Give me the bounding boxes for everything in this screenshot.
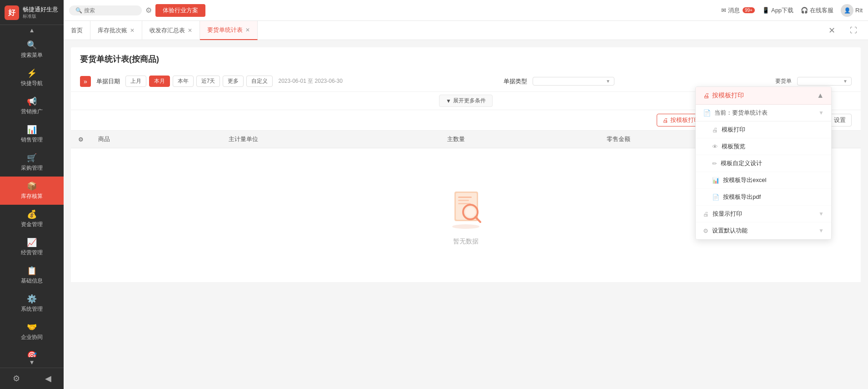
sidebar-item-label: 基础信息	[21, 277, 43, 285]
collapse-btn[interactable]: ◀	[41, 372, 55, 385]
sidebar-item-label: 搜索菜单	[21, 51, 43, 59]
sidebar-item-sales[interactable]: 📊 销售管理	[0, 120, 64, 148]
close-window-btn[interactable]: ✕	[823, 25, 841, 35]
app-download-icon: 📱	[762, 7, 769, 14]
user-avatar[interactable]: 👤 Rit	[841, 4, 863, 17]
pdf-icon: 📄	[712, 194, 719, 201]
col-settings[interactable]: ⚙	[71, 131, 91, 148]
sidebar-bottom: ⚙ ◀	[0, 368, 64, 389]
tab-receivable[interactable]: 收发存汇总表 ✕	[142, 21, 200, 40]
gear-icon: ⚙	[78, 136, 84, 143]
dropdown-item-template-print[interactable]: 🖨 模板打印	[696, 121, 831, 138]
dropdown-item-export-pdf[interactable]: 📄 按模板导出pdf	[696, 189, 831, 206]
section-arrow: ▼	[818, 227, 824, 234]
maximize-btn[interactable]: ⛶	[844, 26, 863, 35]
item-label: 按模板导出pdf	[723, 193, 761, 201]
dropdown-item-template-custom[interactable]: ✏ 模板自定义设计	[696, 155, 831, 172]
quick-nav-icon: ⚡	[27, 68, 37, 78]
avatar: 👤	[841, 4, 853, 17]
date-btn-this-month[interactable]: 本月	[149, 76, 170, 87]
date-filter-label: 单据日期	[96, 77, 120, 86]
display-print-icon: 🖨	[703, 211, 709, 217]
current-template-arrow: ▼	[818, 110, 824, 116]
app-name: 畅捷通好生意	[23, 6, 58, 14]
dropdown-printer-icon: 🖨	[703, 92, 709, 99]
dropdown-close-btn[interactable]: ▲	[817, 91, 824, 100]
section-inner: ⚙ 设置默认功能	[703, 227, 748, 235]
close-tab-receivable[interactable]: ✕	[188, 27, 192, 34]
date-btn-last-7days[interactable]: 近7天	[196, 76, 220, 87]
sidebar-item-label: 销售管理	[21, 136, 43, 144]
sidebar-item-cooperation[interactable]: 🤝 企业协同	[0, 318, 64, 346]
settings-bottom-btn[interactable]: ⚙	[9, 372, 24, 385]
item-label: 按模板导出excel	[723, 176, 766, 184]
section-inner: 🖨 按显示打印	[703, 210, 742, 218]
dropdown-section-display-print[interactable]: 🖨 按显示打印 ▼	[696, 206, 831, 222]
bill-type-select[interactable]: ▼	[533, 77, 614, 86]
sidebar-item-label: 采购管理	[21, 164, 43, 172]
close-tab-order-stat[interactable]: ✕	[245, 27, 250, 33]
current-template-label: 当前：要货单统计表	[714, 109, 768, 117]
dropdown-title-text: 按模板打印	[712, 91, 744, 100]
sidebar-item-purchase[interactable]: 🛒 采购管理	[0, 148, 64, 177]
marketing-icon: 📢	[27, 96, 37, 106]
item-inner: 👁 模板预览	[712, 142, 745, 151]
inventory-icon: 📦	[27, 181, 37, 191]
tab-order-stat[interactable]: 要货单统计表 ✕	[200, 21, 258, 40]
app-download-label: App下载	[771, 6, 793, 15]
sidebar-item-operation[interactable]: 📈 经营管理	[0, 233, 64, 261]
operation-icon: 📈	[27, 237, 37, 248]
app-download-btn[interactable]: 📱 App下载	[762, 6, 793, 15]
item-inner: 📊 按模板导出excel	[712, 176, 766, 184]
sidebar-item-label: 企业协同	[21, 333, 43, 341]
extra-filter-select[interactable]: ▼	[797, 77, 852, 86]
expand-more-btn[interactable]: ▼ 展开更多条件	[439, 95, 493, 107]
topbar-right: ✉ 消息 99+ 📱 App下载 🎧 在线客服 👤 Rit	[721, 4, 863, 17]
headset-icon: 🎧	[801, 7, 808, 14]
sidebar-scroll-up[interactable]: ▲	[0, 25, 64, 35]
finance-icon: 💰	[27, 209, 37, 219]
app-logo: 好 畅捷通好生意 标准版	[0, 0, 64, 25]
user-name: Rit	[855, 7, 863, 14]
sidebar-item-quick-nav[interactable]: ⚡ 快捷导航	[0, 64, 64, 92]
sidebar-item-label: 系统管理	[21, 305, 43, 313]
tab-inventory-batch-label: 库存批次账	[98, 26, 127, 35]
logo-icon: 好	[5, 5, 19, 20]
print-icon: 🖨	[712, 126, 718, 133]
sidebar-item-basic[interactable]: 📋 基础信息	[0, 261, 64, 289]
tab-inventory-batch[interactable]: 库存批次账 ✕	[90, 21, 142, 40]
search-input[interactable]	[84, 7, 130, 14]
dropdown-section-default-func[interactable]: ⚙ 设置默认功能 ▼	[696, 222, 831, 239]
sidebar-item-label: 库存核算	[21, 192, 43, 200]
dropdown-title: 🖨 按模板打印	[703, 91, 744, 100]
sidebar-scroll-down[interactable]: ▼	[0, 357, 64, 368]
sidebar-item-system[interactable]: ⚙️ 系统管理	[0, 289, 64, 318]
settings-gear-icon[interactable]: ⚙	[145, 6, 152, 15]
message-btn[interactable]: ✉ 消息 99+	[721, 6, 755, 15]
sidebar-item-finance[interactable]: 💰 资金管理	[0, 205, 64, 233]
search-box[interactable]: 🔍	[69, 5, 142, 15]
dropdown-item-export-excel[interactable]: 📊 按模板导出excel	[696, 172, 831, 189]
current-template-row[interactable]: 📄 当前：要货单统计表 ▼	[696, 105, 831, 121]
svg-rect-4	[458, 200, 469, 201]
sidebar-item-marketing[interactable]: 📢 营销推广	[0, 92, 64, 120]
sidebar-item-inventory[interactable]: 📦 库存核算	[0, 177, 64, 205]
date-btn-this-year[interactable]: 本年	[173, 76, 194, 87]
date-btn-last-month[interactable]: 上月	[125, 76, 146, 87]
trial-button[interactable]: 体验行业方案	[155, 4, 205, 17]
tab-home[interactable]: 首页	[64, 21, 90, 40]
close-tab-inventory-batch[interactable]: ✕	[130, 27, 135, 34]
sidebar-item-guide[interactable]: 🎯 新手引导	[0, 346, 64, 357]
design-icon: ✏	[712, 160, 717, 167]
sidebar-item-search[interactable]: 🔍 搜索菜单	[0, 35, 64, 64]
date-btn-custom[interactable]: 自定义	[246, 76, 273, 87]
online-service-btn[interactable]: 🎧 在线客服	[801, 6, 833, 15]
expand-btn[interactable]: »	[80, 76, 91, 87]
date-btn-more[interactable]: 更多	[223, 76, 244, 87]
expand-down-icon: ▼	[446, 98, 451, 104]
sidebar: 好 畅捷通好生意 标准版 ▲ 🔍 搜索菜单 ⚡ 快捷导航 📢 营销推广 📊 销售…	[0, 0, 64, 389]
sidebar-nav: 🔍 搜索菜单 ⚡ 快捷导航 📢 营销推广 📊 销售管理 🛒 采购管理 📦 库存核…	[0, 35, 64, 357]
svg-rect-3	[458, 197, 472, 198]
dropdown-item-template-preview[interactable]: 👁 模板预览	[696, 138, 831, 155]
basic-icon: 📋	[27, 266, 37, 276]
